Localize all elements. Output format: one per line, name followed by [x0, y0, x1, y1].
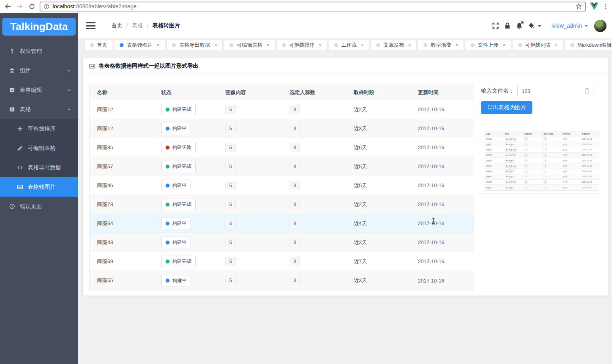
tab-close-icon[interactable]: ×: [319, 42, 322, 48]
preview-status-dot-icon: [506, 182, 507, 183]
sidebar-item-7[interactable]: 表格转图片: [0, 177, 78, 197]
tab-close-icon[interactable]: ×: [266, 42, 269, 48]
cell-groups: 3: [282, 105, 347, 114]
cell-name: 商圈46: [90, 182, 154, 189]
tab-8[interactable]: 文件上传×: [465, 40, 511, 50]
table-row[interactable]: 商圈85构建失败53近6天2017-10-16: [90, 138, 474, 157]
tab-close-icon[interactable]: ×: [156, 42, 160, 48]
tab-9[interactable]: 可拖拽列表×: [513, 40, 564, 50]
fullscreen-icon[interactable]: [490, 20, 501, 32]
card-title: 将表格数据连同样式一起以图片形式导出: [83, 58, 608, 74]
user-menu[interactable]: iview_admin: [551, 23, 588, 29]
cell-period: 近6天: [347, 144, 411, 151]
tab-1[interactable]: 表格转图片×: [114, 40, 165, 50]
breadcrumb: 首页 / 表格 / 表格转图片: [111, 22, 180, 29]
preview-groups: 3: [541, 159, 561, 162]
tab-close-icon[interactable]: ×: [502, 42, 505, 48]
theme-caret-icon[interactable]: [538, 25, 541, 27]
preview-status-badge: 构建中: [505, 159, 515, 163]
bookmark-star-icon[interactable]: [576, 3, 582, 9]
bell-icon[interactable]: [513, 20, 525, 32]
table-row[interactable]: 商圈46构建中53近5天2017-10-16: [90, 176, 474, 195]
table-row[interactable]: 商圈73构建完成53近2天2017-10-16: [90, 195, 474, 214]
table-row[interactable]: 商圈43构建中53近3天2017-10-16: [90, 233, 474, 252]
groups-count: 3: [290, 162, 300, 171]
sidebar-submenu: 可拖拽排序可编辑表格表格导出数据表格转图片: [0, 119, 78, 197]
preview-status: 构建完成: [503, 153, 522, 157]
breadcrumb-tables[interactable]: 表格: [132, 22, 143, 29]
tab-dot-icon: [120, 43, 124, 47]
tab-4[interactable]: 可拖拽排序×: [276, 40, 328, 50]
cell-status: 构建中: [154, 123, 218, 134]
sidebar-item-0[interactable]: 权限管理: [0, 42, 78, 61]
table-row[interactable]: 商圈69构建完成53近7天2017-10-16: [90, 252, 474, 271]
groups-count: 3: [290, 143, 300, 152]
breadcrumb-home[interactable]: 首页: [111, 22, 122, 29]
preview-groups: 3: [541, 154, 561, 157]
status-label: 构建完成: [172, 201, 191, 208]
tab-3[interactable]: 可编辑表格×: [224, 40, 275, 50]
table-row[interactable]: 商圈55构建中53近3天2017-10-16: [90, 271, 474, 290]
browser-menu-icon[interactable]: ⋮: [602, 5, 608, 8]
cell-status: 构建中: [154, 218, 218, 229]
preview-status-label: 构建中: [508, 175, 514, 178]
tab-close-icon[interactable]: ×: [361, 42, 364, 48]
logo[interactable]: TalkingData: [2, 18, 76, 36]
reload-icon[interactable]: [28, 2, 36, 10]
tab-close-icon[interactable]: ×: [214, 42, 217, 48]
preview-column-header: 状态: [503, 133, 522, 135]
page-info-icon[interactable]: [44, 4, 50, 9]
tab-close-icon[interactable]: ×: [455, 42, 458, 48]
avatar[interactable]: [594, 20, 606, 32]
tab-close-icon[interactable]: ×: [555, 42, 558, 48]
tab-5[interactable]: 工作流×: [329, 40, 370, 50]
filename-input[interactable]: [517, 85, 593, 97]
sidebar-item-6[interactable]: 表格导出数据: [0, 158, 78, 177]
hamburger-icon[interactable]: [86, 22, 95, 29]
lock-icon[interactable]: [501, 20, 513, 32]
url-bar[interactable]: localhost:8080/tables/table2image: [40, 2, 586, 11]
cell-status: 构建中: [154, 275, 218, 286]
back-icon[interactable]: [4, 2, 12, 10]
preview-period: 近5天: [561, 159, 580, 162]
table-row[interactable]: 商圈12构建完成53近2天2017-10-16: [90, 100, 474, 119]
cell-period: 近4天: [347, 220, 411, 227]
table-row[interactable]: 商圈12构建中53近3天2017-10-16: [90, 119, 474, 138]
status-badge: 构建完成: [161, 256, 196, 267]
document-icon: [584, 88, 590, 94]
tab-10[interactable]: Markdown编辑器×: [565, 40, 612, 50]
theme-icon[interactable]: [525, 20, 537, 32]
sidebar-item-2[interactable]: 表单编辑: [0, 80, 78, 100]
preview-updated: 2017-10-16: [580, 143, 599, 146]
sidebar-item-1[interactable]: 组件: [0, 61, 78, 80]
tab-7[interactable]: 数字渐变×: [418, 40, 464, 50]
cell-portrait: 5: [218, 276, 282, 285]
sidebar-item-5[interactable]: 可编辑表格: [0, 138, 78, 158]
cell-updated: 2017-10-16: [411, 220, 474, 226]
preview-status-badge: 构建中: [505, 169, 515, 173]
tab-2[interactable]: 表格导出数据×: [166, 40, 223, 50]
preview-column-header: 取样时段: [561, 133, 580, 135]
cell-name: 商圈12: [90, 106, 154, 113]
preview-status-badge: 构建失败: [505, 148, 517, 152]
sidebar-item-3[interactable]: 表格: [0, 100, 78, 119]
table-row[interactable]: 商圈57构建完成53近5天2017-10-16: [90, 157, 474, 176]
preview-status-label: 构建完成: [508, 154, 516, 156]
preview-period: 近7天: [561, 181, 580, 183]
cell-name: 商圈64: [90, 220, 154, 227]
tab-0[interactable]: 首页: [84, 40, 113, 50]
tab-6[interactable]: 文章发布×: [371, 40, 417, 50]
pencil-icon: [17, 145, 23, 152]
export-image-button[interactable]: 导出表格为图片: [481, 101, 532, 114]
sidebar-item-8[interactable]: 错误页面: [0, 197, 78, 216]
groups-count: 3: [290, 257, 300, 266]
table-row[interactable]: 商圈64构建中53近4天2017-10-16: [90, 214, 474, 233]
vue-devtools-icon[interactable]: [590, 2, 599, 10]
sidebar-item-4[interactable]: 可拖拽排序: [0, 119, 78, 138]
preview-column-header: 更新时间: [580, 133, 599, 135]
preview-portrait: 5: [522, 175, 541, 178]
breadcrumb-separator: /: [147, 23, 149, 29]
tab-close-icon[interactable]: ×: [408, 42, 411, 48]
sidebar-item-label: 表格: [20, 106, 31, 113]
column-header: 选定人群数: [282, 89, 347, 96]
